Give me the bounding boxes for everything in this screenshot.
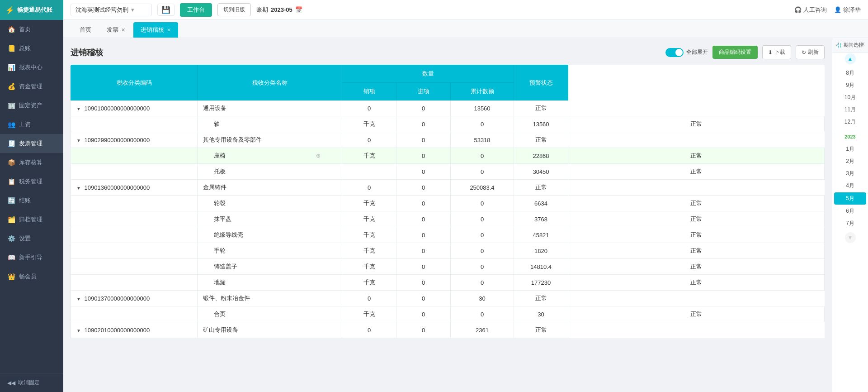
- month-1[interactable]: 1月: [832, 143, 868, 155]
- cell-name: 轮毂: [198, 196, 342, 211]
- assets-icon: 🏢: [7, 102, 15, 109]
- sidebar-item-settings[interactable]: ⚙️ 设置: [0, 229, 63, 248]
- invoice-icon: 🧾: [7, 140, 15, 147]
- cell-code: [71, 227, 198, 243]
- expand-icon[interactable]: ▼: [76, 296, 81, 301]
- sidebar-item-inventory[interactable]: 📦 库存核算: [0, 153, 63, 172]
- cell-sales: 0: [396, 275, 451, 291]
- workspace-button[interactable]: 工作台: [180, 3, 212, 17]
- app-name: 畅捷通易代账: [17, 6, 52, 14]
- cell-code: [71, 116, 198, 132]
- inventory-icon: 📦: [7, 159, 15, 166]
- cell-name: 铸造盖子: [198, 259, 342, 275]
- sidebar-item-assets[interactable]: 🏢 固定资产: [0, 96, 63, 115]
- app-logo: ⚡ 畅捷通易代账: [0, 0, 63, 20]
- download-button[interactable]: ⬇ 下载: [762, 45, 791, 59]
- cell-name: 矿山专用设备: [198, 322, 342, 338]
- sidebar-item-label: 库存核算: [19, 158, 42, 167]
- archive-icon: 🗂️: [7, 216, 15, 223]
- tab-home[interactable]: 首页: [72, 22, 99, 38]
- cell-unit: 千克: [342, 196, 396, 211]
- sidebar-item-salary[interactable]: 👥 工资: [0, 115, 63, 134]
- switch-version-button[interactable]: 切到旧版: [217, 3, 251, 16]
- cell-unit: 千克: [342, 148, 396, 164]
- sidebar-item-tax[interactable]: 📋 税务管理: [0, 172, 63, 191]
- period-close-icon[interactable]: ✕: [860, 41, 865, 48]
- expand-icon[interactable]: ▼: [76, 138, 81, 143]
- month-5-active[interactable]: 5月: [834, 192, 866, 205]
- cell-total: 3768: [514, 211, 568, 227]
- cell-sales: 0: [396, 148, 451, 164]
- cell-unit: 千克: [342, 116, 396, 132]
- month-4[interactable]: 4月: [832, 180, 868, 192]
- col-tax-name: 税收分类名称: [198, 65, 342, 100]
- month-11[interactable]: 11月: [832, 104, 868, 116]
- sidebar-item-label: 固定资产: [19, 101, 42, 110]
- tab-invoice[interactable]: 发票 ✕: [99, 22, 132, 38]
- tab-close-reconcile[interactable]: ✕: [167, 27, 171, 33]
- expand-icon[interactable]: ▼: [76, 186, 81, 191]
- cell-warning: 正常: [568, 211, 825, 227]
- tab-reconcile[interactable]: 进销稽核 ✕: [133, 22, 178, 38]
- topbar-right: 🎧 人工咨询 👤 徐泽华: [794, 6, 861, 14]
- sidebar-item-member[interactable]: 👑 畅会员: [0, 267, 63, 286]
- month-9[interactable]: 9月: [832, 79, 868, 91]
- settle-icon: 🔄: [7, 197, 15, 204]
- cell-total: 13560: [451, 100, 514, 116]
- cell-total: 30: [514, 306, 568, 322]
- expand-icon[interactable]: ▼: [76, 328, 81, 333]
- cell-warning: 正常: [514, 291, 568, 306]
- save-button[interactable]: 💾: [157, 4, 175, 16]
- cell-name: 托板: [198, 164, 342, 180]
- product-code-button[interactable]: 商品编码设置: [712, 46, 758, 59]
- sidebar-item-guide[interactable]: 📖 新手引导: [0, 248, 63, 267]
- month-6[interactable]: 6月: [832, 205, 868, 217]
- sidebar-item-finance[interactable]: 💰 资金管理: [0, 77, 63, 96]
- cell-total: 2361: [451, 322, 514, 338]
- member-icon: 👑: [7, 273, 15, 280]
- user-profile[interactable]: 👤 徐泽华: [834, 6, 861, 14]
- cell-sales: 0: [342, 322, 396, 338]
- month-3[interactable]: 3月: [832, 167, 868, 180]
- period-scroll-down[interactable]: ▼: [845, 232, 856, 243]
- sidebar-item-settle[interactable]: 🔄 结账: [0, 191, 63, 210]
- period-scroll-up[interactable]: ▲: [845, 53, 856, 64]
- calendar-icon[interactable]: 📅: [295, 6, 302, 13]
- cell-warning: 正常: [568, 306, 825, 322]
- support-label: 人工咨询: [803, 6, 827, 14]
- period-expand-icon[interactable]: ⤢: [835, 41, 840, 48]
- sidebar-item-home[interactable]: 🏠 首页: [0, 20, 63, 39]
- month-7[interactable]: 7月: [832, 217, 868, 229]
- tab-label: 首页: [80, 26, 91, 34]
- tab-close-invoice[interactable]: ✕: [121, 27, 125, 33]
- month-2[interactable]: 2月: [832, 155, 868, 167]
- search-icon[interactable]: ⊕: [316, 153, 321, 159]
- year-section-2023: 1月 2月 3月 4月 5月 6月 7月: [832, 141, 868, 231]
- cell-purchase: 0: [451, 211, 514, 227]
- toggle-track[interactable]: [665, 48, 684, 57]
- unpin-button[interactable]: ◀◀ 取消固定: [0, 373, 63, 392]
- main-content: 沈海英测试经营勿删 ▾ 💾 工作台 切到旧版 账期 2023-05 📅 🎧 人工…: [63, 0, 868, 392]
- support-button[interactable]: 🎧 人工咨询: [794, 6, 827, 14]
- sidebar-item-archive[interactable]: 🗂️ 归档管理: [0, 210, 63, 229]
- cell-name: 锻件、粉末冶金件: [198, 291, 342, 306]
- sidebar-item-reports[interactable]: 📊 报表中心: [0, 58, 63, 77]
- user-icon: 👤: [834, 6, 841, 13]
- sidebar-item-invoice[interactable]: 🧾 发票管理: [0, 134, 63, 153]
- period-header: ⟨⟨ 期间选择 ✕ ⤢: [832, 38, 868, 53]
- cell-name: 地漏: [198, 275, 342, 291]
- cell-code: [71, 306, 198, 322]
- pin-icon: ◀◀: [7, 380, 15, 386]
- sidebar-item-ledger[interactable]: 📒 总账: [0, 39, 63, 58]
- cell-total: 14810.4: [514, 259, 568, 275]
- month-10[interactable]: 10月: [832, 91, 868, 104]
- month-12[interactable]: 12月: [832, 116, 868, 128]
- company-name: 沈海英测试经营勿删: [75, 6, 128, 14]
- company-selector[interactable]: 沈海英测试经营勿删 ▾: [71, 4, 152, 16]
- expand-toggle[interactable]: 全部展开: [665, 48, 708, 57]
- month-8[interactable]: 8月: [832, 67, 868, 79]
- cell-name: 轴: [198, 116, 342, 132]
- refresh-button[interactable]: ↻ 刷新: [796, 45, 825, 59]
- headset-icon: 🎧: [794, 6, 802, 13]
- expand-icon[interactable]: ▼: [76, 106, 81, 111]
